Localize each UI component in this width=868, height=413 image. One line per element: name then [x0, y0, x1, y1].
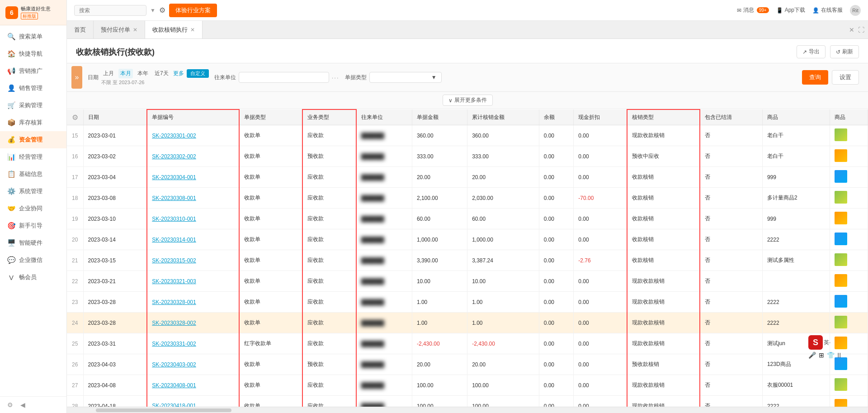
expand-tab-icon[interactable]: ⛶: [858, 26, 864, 33]
tab-collection[interactable]: 收款核销执行✕: [145, 21, 203, 38]
voucher-no-link[interactable]: SK-20230314-001: [152, 237, 196, 243]
row-include-settled: 否: [700, 396, 763, 407]
voucher-no-link[interactable]: SK-20230328-001: [152, 299, 196, 305]
sidebar-item-hardware[interactable]: 🖥️智能硬件: [0, 234, 66, 252]
sidebar-item-sales[interactable]: 👤销售管理: [0, 80, 66, 97]
sidebar-item-marketing[interactable]: 📢营销推广: [0, 62, 66, 80]
sidebar-item-member[interactable]: V畅会员: [0, 269, 66, 286]
row-date: 2023-03-02: [83, 146, 147, 167]
nav-label-corp: 企业协同: [19, 204, 42, 213]
tab-close-prepay[interactable]: ✕: [133, 27, 137, 33]
row-goods: 123D商品: [762, 354, 830, 375]
row-voucher-type: 收款单: [239, 375, 302, 396]
dropdown-arrow-icon: ▼: [150, 7, 156, 14]
sidebar-item-system[interactable]: ⚙️系统管理: [0, 183, 66, 200]
sidebar-item-basic[interactable]: 📋基础信息: [0, 166, 66, 183]
sidebar-item-quicknav[interactable]: 🏠快捷导航: [0, 45, 66, 62]
col-write-off-type-header: 核销类型: [627, 109, 699, 125]
row-num: 25: [67, 333, 83, 354]
messages-button[interactable]: ✉ 消息 99+: [737, 6, 769, 14]
industry-solution-button[interactable]: 体验行业方案: [169, 4, 217, 17]
voucher-no-link[interactable]: SK-20230301-002: [152, 133, 196, 139]
col-settings-header[interactable]: ⚙: [67, 109, 83, 125]
page-content: 收款核销执行(按收款) ↗ 导出 ↺ 刷新 » 日期 上月: [67, 39, 868, 413]
filter-settings-button[interactable]: 设置: [832, 70, 859, 85]
row-goods-thumb: [830, 229, 868, 250]
voucher-no-link[interactable]: SK-20230304-001: [152, 174, 196, 180]
app-download-button[interactable]: 📱 App下载: [776, 6, 805, 14]
gear-icon[interactable]: ⚙: [159, 6, 165, 14]
voucher-no-link[interactable]: SK-20230321-003: [152, 278, 196, 285]
row-biz-type: 应收款: [302, 188, 356, 209]
sidebar-item-inventory[interactable]: 📦库存核算: [0, 114, 66, 131]
voucher-no-link[interactable]: SK-20230403-002: [152, 361, 196, 368]
row-voucher-no: SK-20230328-002: [147, 313, 239, 333]
filter-toggle-button[interactable]: »: [71, 66, 82, 89]
tabs-bar: 首页预付应付单✕收款核销执行✕ ✕ ⛶: [67, 21, 868, 39]
row-date: 2023-03-10: [83, 209, 147, 229]
table-scrollbar[interactable]: [67, 407, 868, 413]
voucher-no-link[interactable]: SK-20230308-001: [152, 195, 196, 201]
scrollbar-track[interactable]: [96, 408, 231, 412]
sidebar-item-purchase[interactable]: 🛒采购管理: [0, 97, 66, 114]
expand-more-button[interactable]: ∨ 展开更多条件: [443, 95, 493, 106]
row-date: 2023-03-14: [83, 229, 147, 250]
sidebar-item-search[interactable]: 🔍搜索菜单: [0, 28, 66, 45]
row-voucher-no: SK-20230418-001: [147, 396, 239, 407]
date-this-year-btn[interactable]: 本年: [136, 69, 150, 78]
row-date: 2023-03-04: [83, 167, 147, 188]
row-write-off-type: 现款收款核销: [627, 375, 699, 396]
tab-home[interactable]: 首页: [67, 21, 94, 38]
online-support-button[interactable]: 👤 在线客服: [812, 6, 843, 14]
voucher-no-link[interactable]: SK-20230310-001: [152, 216, 196, 222]
data-table: ⚙ 日期 单据编号 单据类型 业务类型 往来单位 单据金额 累计核销金额 余额 …: [67, 109, 868, 407]
date-7days-btn[interactable]: 近7天: [153, 69, 170, 78]
sidebar-item-guide[interactable]: 🎯新手引导: [0, 217, 66, 234]
partner-input[interactable]: [239, 72, 329, 83]
date-custom-button[interactable]: 自定义: [187, 69, 209, 78]
sidebar-item-corp[interactable]: 🤝企业协同: [0, 200, 66, 217]
query-button[interactable]: 查询: [802, 70, 828, 85]
voucher-no-link[interactable]: SK-20230315-002: [152, 257, 196, 264]
voucher-no-link[interactable]: SK-20230328-002: [152, 320, 196, 326]
sidebar-item-operations[interactable]: 📊经营管理: [0, 148, 66, 166]
search-input[interactable]: [74, 5, 146, 16]
export-button[interactable]: ↗ 导出: [797, 45, 826, 58]
voucher-type-select[interactable]: ▼: [369, 72, 442, 83]
row-date: 2023-04-18: [83, 396, 147, 407]
tab-close-collection[interactable]: ✕: [190, 27, 195, 33]
row-cash-discount: 0.00: [574, 333, 627, 354]
row-amount: -2,430.00: [412, 333, 467, 354]
settings-bottom-btn[interactable]: ⚙: [7, 401, 13, 408]
sidebar-item-wechat[interactable]: 💬企业微信: [0, 252, 66, 269]
tab-prepay[interactable]: 预付应付单✕: [94, 21, 145, 38]
table-header-row: ⚙ 日期 单据编号 单据类型 业务类型 往来单位 单据金额 累计核销金额 余额 …: [67, 109, 868, 125]
voucher-no-link[interactable]: SK-20230331-002: [152, 341, 196, 347]
sidebar-item-finance[interactable]: 💰资金管理: [0, 131, 66, 148]
row-cash-discount: -70.00: [574, 188, 627, 209]
date-this-month-btn[interactable]: 本月: [118, 69, 133, 78]
col-voucher-type-header: 单据类型: [239, 109, 302, 125]
row-write-off-type: 现款收款核销: [627, 292, 699, 313]
nav-icon-marketing: 📢: [7, 67, 15, 75]
row-cash-discount: 0.00: [574, 125, 627, 146]
nav-label-wechat: 企业微信: [19, 256, 42, 264]
row-goods-thumb: [830, 146, 868, 167]
close-tab-icon[interactable]: ✕: [849, 26, 854, 33]
row-partner: ██████: [356, 209, 412, 229]
collapse-btn[interactable]: ◀: [20, 401, 25, 408]
row-voucher-type: 收款单: [239, 250, 302, 271]
row-partner: ██████: [356, 271, 412, 292]
voucher-no-link[interactable]: SK-20230408-001: [152, 382, 196, 389]
nav-icon-guide: 🎯: [7, 222, 15, 230]
row-date: 2023-03-01: [83, 125, 147, 146]
voucher-no-link[interactable]: SK-20230302-002: [152, 153, 196, 160]
partner-dots[interactable]: ···: [332, 74, 340, 81]
voucher-no-link[interactable]: SK-20230418-001: [152, 403, 196, 407]
user-avatar[interactable]: Rit: [850, 5, 861, 16]
refresh-button[interactable]: ↺ 刷新: [830, 45, 859, 58]
date-more-btn[interactable]: 更多: [173, 70, 184, 77]
date-last-month-btn[interactable]: 上月: [101, 69, 116, 78]
row-include-settled: 否: [700, 354, 763, 375]
table-row: 18 2023-03-08 SK-20230308-001 收款单 应收款 ██…: [67, 188, 868, 209]
